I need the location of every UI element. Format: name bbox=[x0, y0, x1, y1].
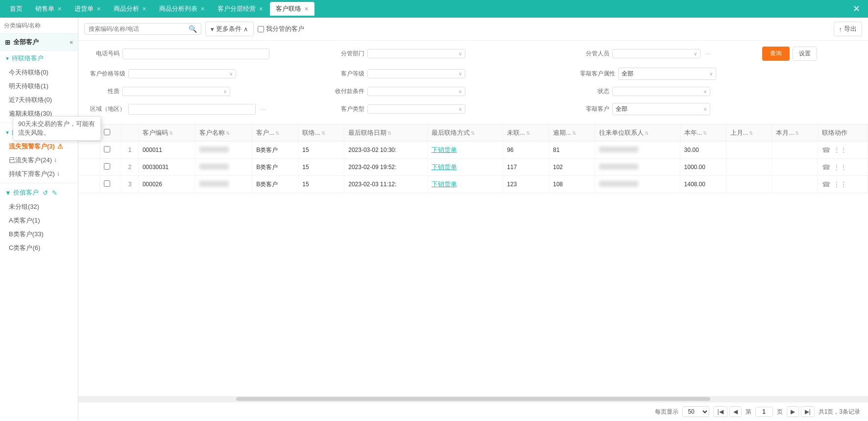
sidebar-item-b-class[interactable]: B类客户(33) bbox=[0, 227, 78, 241]
sidebar-item-today-pending[interactable]: 今天待联络(0) bbox=[0, 66, 78, 79]
th-this-month[interactable]: 本月...⇅ bbox=[772, 124, 818, 142]
row-checkbox-1[interactable] bbox=[104, 163, 110, 170]
filter-customer-level-select[interactable]: ∨ bbox=[367, 69, 465, 78]
filter-price-tier-select[interactable]: ∨ bbox=[128, 69, 236, 78]
th-last-date[interactable]: 最后联络日期⇅ bbox=[344, 124, 427, 142]
cell-checkbox-2[interactable] bbox=[99, 176, 121, 193]
scroll-thumb[interactable] bbox=[236, 397, 710, 401]
search-submit-icon[interactable]: 🔍 bbox=[189, 25, 197, 33]
action-call-icon-0[interactable]: ☎ bbox=[822, 146, 830, 154]
th-unit-contact[interactable]: 往来单位联系人⇅ bbox=[595, 124, 680, 142]
filter-region: 区域（地区） ··· bbox=[86, 102, 331, 117]
cell-action-1[interactable]: ☎ ⋮⋮ bbox=[818, 159, 868, 176]
sidebar-item-7days-pending-label: 近7天待联络(0) bbox=[9, 96, 52, 103]
cell-last-method-1[interactable]: 下销货单 bbox=[427, 159, 503, 176]
cell-last-method-0[interactable]: 下销货单 bbox=[427, 142, 503, 159]
close-goods-analysis-list-icon[interactable]: ✕ bbox=[200, 6, 205, 12]
my-customers-checkbox-wrap[interactable]: 我分管的客户 bbox=[258, 25, 304, 33]
sidebar-item-churned[interactable]: 已流失客户(24) ℹ bbox=[0, 153, 78, 167]
th-checkbox[interactable] bbox=[99, 124, 121, 142]
action-more-icon-1[interactable]: ⋮⋮ bbox=[833, 163, 847, 171]
export-btn[interactable]: ↑ 导出 bbox=[834, 22, 863, 36]
row-checkbox-2[interactable] bbox=[104, 180, 110, 187]
export-label: 导出 bbox=[844, 25, 857, 33]
total-info: 共1页，3条记录 bbox=[819, 408, 860, 416]
row-checkbox-0[interactable] bbox=[104, 146, 110, 152]
page-prev-btn[interactable]: ◀ bbox=[729, 406, 742, 417]
close-customer-tier-icon[interactable]: ✕ bbox=[259, 6, 263, 12]
my-customers-checkbox[interactable] bbox=[258, 26, 264, 32]
tab-customer-connect[interactable]: 客户联络 ✕ bbox=[270, 2, 314, 16]
th-overdue[interactable]: 逾期...⇅ bbox=[549, 124, 595, 142]
th-not-contacted[interactable]: 未联...⇅ bbox=[503, 124, 549, 142]
close-purchase-icon[interactable]: ✕ bbox=[96, 6, 101, 12]
close-customer-connect-icon[interactable]: ✕ bbox=[304, 6, 309, 12]
sidebar-all-customers[interactable]: ⊞ 全部客户 « bbox=[0, 34, 78, 51]
cell-action-0[interactable]: ☎ ⋮⋮ bbox=[818, 142, 868, 159]
edit-value-icon[interactable]: ✎ bbox=[52, 189, 57, 197]
tab-purchase[interactable]: 进货单 ✕ bbox=[69, 2, 107, 16]
sidebar-item-c-class[interactable]: C类客户(6) bbox=[0, 241, 78, 255]
cell-checkbox-1[interactable] bbox=[99, 159, 121, 176]
page-next-btn[interactable]: ▶ bbox=[787, 406, 799, 417]
sidebar-group-pending[interactable]: ▼ 待联络客户 bbox=[0, 51, 78, 66]
filter-phone-input[interactable] bbox=[122, 49, 269, 59]
main-search-input[interactable] bbox=[89, 25, 187, 32]
filter-zero-attr-select[interactable]: 全部 ∨ bbox=[618, 68, 716, 80]
filter-region-dots[interactable]: ··· bbox=[259, 105, 268, 113]
query-btn[interactable]: 查询 bbox=[762, 47, 790, 61]
th-name[interactable]: 客户名称⇅ bbox=[195, 124, 252, 142]
th-this-year[interactable]: 本年...⇅ bbox=[680, 124, 726, 142]
per-page-select[interactable]: 50 100 200 bbox=[682, 406, 709, 417]
link-method-1[interactable]: 下销货单 bbox=[432, 163, 457, 171]
close-sales-icon[interactable]: ✕ bbox=[57, 6, 62, 12]
blurred-name-1 bbox=[199, 164, 229, 170]
settings-btn[interactable]: 设置 bbox=[793, 47, 817, 61]
th-last-month[interactable]: 上月...⇅ bbox=[726, 124, 772, 142]
sidebar-item-churn-warning[interactable]: 流失预警客户(3) ⚠ bbox=[0, 140, 78, 153]
filter-person-dots[interactable]: ··· bbox=[703, 50, 713, 57]
sidebar-item-tomorrow-pending[interactable]: 明天待联络(1) bbox=[0, 79, 78, 93]
th-code[interactable]: 客户编码⇅ bbox=[138, 124, 195, 142]
sidebar-item-declining[interactable]: 持续下滑客户(2) ℹ bbox=[0, 167, 78, 181]
page-last-btn[interactable]: ▶| bbox=[801, 406, 815, 417]
action-more-icon-0[interactable]: ⋮⋮ bbox=[833, 146, 847, 154]
sidebar-search-input[interactable] bbox=[4, 22, 77, 29]
sidebar-item-ungrouped[interactable]: 未分组(32) bbox=[0, 200, 78, 214]
select-all-checkbox[interactable] bbox=[104, 129, 110, 135]
cell-action-2[interactable]: ☎ ⋮⋮ bbox=[818, 176, 868, 193]
filter-gender-select[interactable]: ∨ bbox=[122, 87, 230, 96]
filter-dept-select[interactable]: ∨ bbox=[367, 49, 465, 58]
sidebar-item-a-class[interactable]: A类客户(1) bbox=[0, 214, 78, 227]
cell-checkbox-0[interactable] bbox=[99, 142, 121, 159]
action-call-icon-1[interactable]: ☎ bbox=[822, 163, 830, 171]
more-conditions-btn[interactable]: ▾ 更多条件 ∧ bbox=[205, 22, 254, 36]
th-tier[interactable]: 客户...⇅ bbox=[252, 124, 298, 142]
action-more-icon-2[interactable]: ⋮⋮ bbox=[833, 180, 847, 188]
refresh-value-icon[interactable]: ↺ bbox=[43, 189, 48, 197]
tab-customer-tier[interactable]: 客户分层经营 ✕ bbox=[212, 2, 269, 16]
action-call-icon-2[interactable]: ☎ bbox=[822, 180, 830, 188]
link-method-2[interactable]: 下销货单 bbox=[432, 180, 457, 188]
page-first-btn[interactable]: |◀ bbox=[713, 406, 727, 417]
close-goods-analysis-icon[interactable]: ✕ bbox=[142, 6, 146, 12]
filter-payment-select[interactable]: ∨ bbox=[367, 87, 465, 96]
window-close-icon[interactable]: ✕ bbox=[849, 3, 864, 14]
filter-customer-type-select[interactable]: ∨ bbox=[367, 104, 465, 114]
filter-region-input[interactable] bbox=[128, 104, 256, 115]
sidebar-group-value[interactable]: ▼ 价值客户 ↺ ✎ bbox=[0, 185, 78, 200]
tab-goods-analysis[interactable]: 商品分析 ✕ bbox=[108, 2, 152, 16]
filter-zero-customer-select[interactable]: 全部 ∨ bbox=[612, 103, 710, 115]
link-method-0[interactable]: 下销货单 bbox=[432, 146, 457, 153]
filter-person-select[interactable]: ∨ bbox=[612, 49, 700, 58]
th-last-method[interactable]: 最后联络方式⇅ bbox=[427, 124, 503, 142]
page-input[interactable] bbox=[755, 407, 773, 417]
horizontal-scrollbar[interactable] bbox=[78, 396, 868, 402]
tab-goods-analysis-list[interactable]: 商品分析列表 ✕ bbox=[153, 2, 211, 16]
filter-status-select[interactable]: ∨ bbox=[612, 87, 710, 96]
tab-home[interactable]: 首页 bbox=[4, 2, 28, 16]
th-contact[interactable]: 联络...⇅ bbox=[298, 124, 344, 142]
sidebar-item-7days-pending[interactable]: 近7天待联络(0) bbox=[0, 93, 78, 107]
tab-sales[interactable]: 销售单 ✕ bbox=[29, 2, 68, 16]
cell-last-method-2[interactable]: 下销货单 bbox=[427, 176, 503, 193]
